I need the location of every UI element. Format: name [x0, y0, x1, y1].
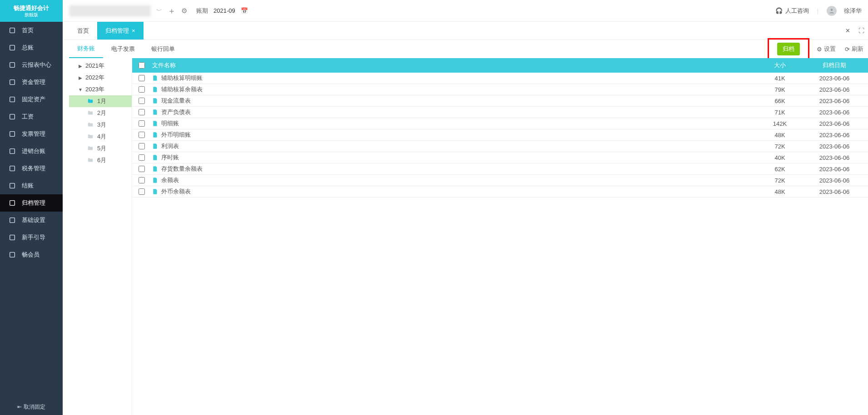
support-link[interactable]: 🎧 人工咨询	[775, 7, 809, 15]
settings-link[interactable]: ⚙ 设置	[817, 45, 836, 53]
tree-year-0[interactable]: ▶2021年	[69, 60, 132, 72]
file-name: 外币明细账	[161, 131, 191, 139]
add-icon[interactable]: ＋	[168, 5, 176, 16]
row-checkbox[interactable]	[139, 120, 145, 127]
archive-highlight: 归档	[768, 38, 809, 60]
table-row[interactable]: 资产负债表71K2023-06-06	[132, 107, 868, 118]
row-checkbox[interactable]	[139, 166, 145, 172]
row-checkbox[interactable]	[139, 109, 145, 115]
table-row[interactable]: 余额表72K2023-06-06	[132, 175, 868, 186]
period-value[interactable]: 2021-09	[213, 7, 235, 14]
unpin-sidebar-button[interactable]: ⇤ 取消固定	[0, 399, 63, 415]
table-row[interactable]: 辅助核算明细账41K2023-06-06	[132, 73, 868, 84]
settings-label: 设置	[824, 45, 836, 53]
tree-month-1[interactable]: 2月	[69, 107, 132, 119]
file-date: 2023-06-06	[807, 143, 862, 150]
row-checkbox[interactable]	[139, 132, 145, 138]
tree-month-2[interactable]: 3月	[69, 119, 132, 131]
sidebar-item-4[interactable]: 固定资产	[0, 91, 63, 108]
file-table: 文件名称 大小 归档日期 辅助核算明细账41K2023-06-06辅助核算余额表…	[132, 58, 868, 415]
tree-month-4[interactable]: 5月	[69, 143, 132, 154]
file-size: 48K	[753, 132, 807, 138]
row-checkbox[interactable]	[139, 143, 145, 149]
select-all-checkbox[interactable]	[139, 62, 145, 69]
gear-icon	[8, 216, 16, 224]
subtab-2[interactable]: 银行回单	[143, 40, 183, 58]
folder-icon	[87, 145, 94, 152]
close-tabs-button[interactable]: ✕	[841, 22, 854, 40]
file-name: 存货数量余额表	[161, 165, 203, 173]
tax-icon	[8, 164, 16, 173]
tree-month-label: 1月	[97, 97, 106, 105]
calendar-icon[interactable]: 📅	[241, 7, 248, 14]
tree-month-0[interactable]: 1月	[69, 95, 132, 107]
sidebar-item-9[interactable]: 结账	[0, 177, 63, 194]
table-row[interactable]: 外币余额表48K2023-06-06	[132, 186, 868, 198]
sidebar-item-0[interactable]: 首页	[0, 22, 63, 39]
subtab-0[interactable]: 财务账	[69, 40, 103, 58]
table-row[interactable]: 辅助核算余额表79K2023-06-06	[132, 84, 868, 95]
svg-rect-3	[10, 80, 15, 85]
archive-button[interactable]: 归档	[777, 43, 800, 55]
chevron-down-icon[interactable]: ﹀	[156, 7, 162, 15]
folder-icon	[87, 98, 94, 104]
table-row[interactable]: 利润表72K2023-06-06	[132, 141, 868, 152]
settings-icon[interactable]: ⚙	[181, 7, 187, 15]
refresh-link[interactable]: ⟳ 刷新	[845, 45, 863, 53]
row-checkbox[interactable]	[139, 75, 145, 81]
sidebar-item-13[interactable]: 畅会员	[0, 246, 63, 263]
col-date-header: 归档日期	[807, 61, 862, 69]
tree-year-2[interactable]: ▼2023年	[69, 84, 132, 95]
sidebar-item-label: 进销台账	[22, 147, 45, 155]
org-selector-blurred[interactable]	[69, 5, 151, 17]
sidebar-item-label: 发票管理	[22, 130, 45, 138]
tab-1[interactable]: 归档管理×	[97, 22, 144, 40]
row-checkbox[interactable]	[139, 188, 145, 195]
file-date: 2023-06-06	[807, 132, 862, 138]
brand-logo[interactable]: 畅捷通好会计 旗舰版	[0, 0, 63, 22]
invoice-icon	[8, 130, 16, 138]
sidebar-item-1[interactable]: 总账	[0, 39, 63, 56]
tab-0[interactable]: 首页	[69, 22, 97, 40]
file-date: 2023-06-06	[807, 188, 862, 195]
gear-icon: ⚙	[817, 46, 822, 53]
tree-month-3[interactable]: 4月	[69, 131, 132, 143]
sidebar-item-3[interactable]: 资金管理	[0, 74, 63, 91]
sidebar-item-2[interactable]: 云报表中心	[0, 56, 63, 74]
sidebar-item-5[interactable]: 工资	[0, 108, 63, 125]
file-icon	[152, 98, 159, 104]
tree-month-5[interactable]: 6月	[69, 154, 132, 166]
sidebar-item-12[interactable]: 新手引导	[0, 229, 63, 246]
sidebar-item-10[interactable]: 归档管理	[0, 194, 63, 212]
play-icon	[8, 233, 16, 242]
table-row[interactable]: 明细账142K2023-06-06	[132, 118, 868, 129]
svg-point-14	[831, 9, 833, 11]
file-name: 辅助核算明细账	[161, 74, 203, 82]
table-row[interactable]: 外币明细账48K2023-06-06	[132, 129, 868, 141]
table-row[interactable]: 现金流量表66K2023-06-06	[132, 95, 868, 107]
row-checkbox[interactable]	[139, 154, 145, 161]
row-checkbox[interactable]	[139, 98, 145, 104]
fullscreen-button[interactable]: ⛶	[854, 22, 868, 40]
svg-rect-11	[10, 218, 15, 223]
file-icon	[152, 143, 159, 149]
topbar: ﹀ ＋ ⚙ 账期 2021-09 📅 🎧 人工咨询 | 徐泽华	[63, 0, 868, 22]
sidebar-item-7[interactable]: 进销台账	[0, 143, 63, 160]
row-checkbox[interactable]	[139, 177, 145, 183]
avatar-icon[interactable]	[827, 6, 837, 16]
tree-year-1[interactable]: ▶2022年	[69, 72, 132, 84]
sidebar-item-11[interactable]: 基础设置	[0, 212, 63, 229]
table-row[interactable]: 存货数量余额表62K2023-06-06	[132, 163, 868, 175]
username[interactable]: 徐泽华	[844, 7, 862, 15]
tab-label: 归档管理	[105, 27, 129, 35]
table-row[interactable]: 序时账40K2023-06-06	[132, 152, 868, 163]
close-icon[interactable]: ×	[132, 27, 135, 34]
row-checkbox[interactable]	[139, 86, 145, 93]
sidebar-item-6[interactable]: 发票管理	[0, 125, 63, 143]
sidebar-item-8[interactable]: 税务管理	[0, 160, 63, 177]
subtab-1[interactable]: 电子发票	[103, 40, 143, 58]
file-icon	[152, 177, 159, 183]
file-size: 41K	[753, 75, 807, 82]
home-icon	[8, 26, 16, 35]
svg-rect-6	[10, 132, 15, 137]
